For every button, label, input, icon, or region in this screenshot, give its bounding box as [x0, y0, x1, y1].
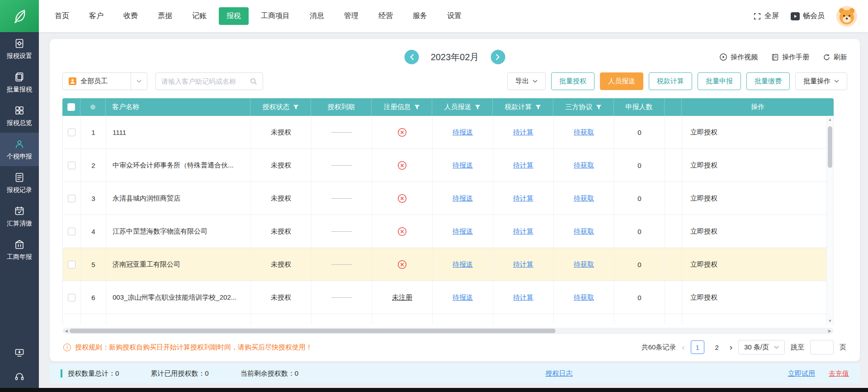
- agreement-link[interactable]: 待获取: [574, 128, 594, 137]
- vertical-scrollbar[interactable]: ▲ ▼: [826, 116, 833, 325]
- agreement-link[interactable]: 待获取: [574, 293, 594, 302]
- batch-authorize-button[interactable]: 批量授权: [551, 72, 594, 90]
- user-avatar[interactable]: [836, 6, 857, 27]
- authorize-now-link[interactable]: 立即授权: [690, 293, 717, 302]
- agreement-link[interactable]: 待获取: [574, 194, 594, 203]
- nav-item[interactable]: 记账: [184, 7, 214, 25]
- sidebar-item[interactable]: 个税申报: [0, 133, 39, 166]
- nav-item[interactable]: 收费: [116, 7, 146, 25]
- sidebar-item[interactable]: 批量报税: [0, 66, 39, 99]
- operation-manual-link[interactable]: 操作手册: [771, 53, 809, 62]
- horizontal-scroll-thumb[interactable]: [70, 329, 556, 333]
- batch-operations-button[interactable]: 批量操作: [795, 72, 847, 90]
- horizontal-scrollbar[interactable]: ◀ ▶: [62, 328, 834, 334]
- nav-item[interactable]: 工商项目: [253, 7, 297, 25]
- authorize-now-link[interactable]: 立即授权: [690, 194, 717, 203]
- col-header-label: 操作: [751, 103, 764, 111]
- refresh-link[interactable]: 刷新: [823, 53, 847, 62]
- page-1-button[interactable]: 1: [691, 340, 704, 354]
- sidebar-item[interactable]: 报税总览: [0, 99, 39, 133]
- filter-funnel-icon[interactable]: [414, 105, 420, 110]
- row-checkbox[interactable]: [68, 228, 75, 235]
- top-navbar: 首页客户收费票据记账报税工商项目消息管理经营服务设置 全屏 畅会员: [0, 0, 868, 32]
- customer-search-input[interactable]: [161, 77, 246, 85]
- member-button[interactable]: 畅会员: [791, 11, 825, 21]
- employee-filter-select[interactable]: 全部员工: [62, 72, 147, 90]
- batch-declare-button[interactable]: 批量申报: [698, 72, 741, 90]
- tax-calc-link[interactable]: 待计算: [513, 227, 533, 236]
- search-icon[interactable]: [250, 77, 257, 85]
- tax-calc-link[interactable]: 待计算: [513, 128, 533, 137]
- nav-item[interactable]: 服务: [405, 7, 435, 25]
- customer-search: [156, 72, 263, 90]
- export-button[interactable]: 导出: [507, 72, 546, 90]
- tax-calculate-button[interactable]: 税款计算: [649, 72, 692, 90]
- jump-page-input[interactable]: [810, 340, 834, 354]
- sidebar-item[interactable]: 汇算清缴: [0, 200, 39, 233]
- tax-overview-icon: [14, 105, 25, 116]
- sidebar-item[interactable]: 报税记录: [0, 166, 39, 200]
- tax-calc-link[interactable]: 待计算: [513, 260, 533, 269]
- tax-calc-link[interactable]: 待计算: [513, 293, 533, 302]
- agreement-link[interactable]: 待获取: [574, 260, 594, 269]
- nav-item[interactable]: 票据: [150, 7, 180, 25]
- scroll-right-arrow[interactable]: ▶: [828, 329, 831, 333]
- authorize-now-link[interactable]: 立即授权: [690, 227, 717, 236]
- filter-funnel-icon[interactable]: [535, 105, 541, 110]
- nav-item[interactable]: 首页: [47, 7, 77, 25]
- vertical-scroll-thumb[interactable]: [828, 126, 832, 168]
- tax-calc-link[interactable]: 待计算: [513, 194, 533, 203]
- row-checkbox[interactable]: [68, 195, 75, 202]
- row-checkbox[interactable]: [68, 261, 75, 268]
- scroll-up-arrow[interactable]: ▲: [828, 118, 832, 122]
- unregistered-link[interactable]: 未注册: [392, 293, 412, 302]
- row-checkbox[interactable]: [68, 162, 75, 169]
- nav-item[interactable]: 消息: [302, 7, 332, 25]
- prev-page-button[interactable]: ‹: [682, 342, 684, 352]
- authorize-now-link[interactable]: 立即授权: [690, 161, 717, 170]
- recharge-link[interactable]: 去充值: [829, 369, 849, 378]
- nav-item[interactable]: 管理: [336, 7, 366, 25]
- authorize-now-link[interactable]: 立即授权: [690, 128, 717, 137]
- filter-funnel-icon[interactable]: [596, 105, 602, 110]
- nav-item[interactable]: 经营: [371, 7, 401, 25]
- next-month-button[interactable]: [491, 50, 505, 64]
- nav-item[interactable]: 客户: [81, 7, 111, 25]
- personnel-submit-link[interactable]: 待报送: [453, 293, 473, 302]
- trial-link[interactable]: 立即试用: [788, 369, 815, 378]
- personnel-submit-link[interactable]: 待报送: [453, 194, 473, 203]
- nav-item[interactable]: 报税: [219, 7, 249, 25]
- operation-video-link[interactable]: 操作视频: [719, 53, 758, 62]
- personnel-submit-button[interactable]: 人员报送: [600, 72, 643, 90]
- select-all-checkbox[interactable]: [67, 103, 75, 111]
- personnel-submit-link[interactable]: 待报送: [453, 128, 473, 137]
- row-checkbox[interactable]: [68, 294, 75, 301]
- authorize-now-link[interactable]: 立即授权: [690, 260, 717, 269]
- tax-calc-link[interactable]: 待计算: [513, 161, 533, 170]
- fullscreen-button[interactable]: 全屏: [753, 11, 779, 21]
- nav-item[interactable]: 设置: [439, 7, 469, 25]
- next-page-button[interactable]: ›: [730, 342, 732, 352]
- client-download-icon[interactable]: [14, 348, 25, 359]
- agreement-link[interactable]: 待获取: [574, 227, 594, 236]
- personnel-submit-link[interactable]: 待报送: [453, 260, 473, 269]
- page-2-button[interactable]: 2: [710, 340, 724, 354]
- filter-funnel-icon[interactable]: [475, 105, 481, 110]
- current-month: 2023年02月: [431, 51, 479, 63]
- batch-pay-button[interactable]: 批量缴费: [746, 72, 790, 90]
- scroll-down-arrow[interactable]: ▼: [828, 319, 832, 323]
- column-gear-icon[interactable]: [89, 103, 97, 111]
- filter-funnel-icon[interactable]: [293, 105, 299, 110]
- auth-log-link[interactable]: 授权日志: [546, 369, 573, 377]
- row-checkbox[interactable]: [68, 129, 75, 136]
- personnel-submit-link[interactable]: 待报送: [453, 161, 473, 170]
- support-headset-icon[interactable]: [14, 371, 25, 382]
- sidebar-item[interactable]: 工商年报: [0, 233, 39, 267]
- customer-name: 中审众环会计师事务所（特殊普通合伙...: [106, 149, 251, 182]
- sidebar-item[interactable]: 报税设置: [0, 32, 39, 66]
- agreement-link[interactable]: 待获取: [574, 161, 594, 170]
- prev-month-button[interactable]: [405, 50, 419, 64]
- personnel-submit-link[interactable]: 待报送: [453, 227, 473, 236]
- page-size-select[interactable]: 30 条/页: [738, 340, 785, 354]
- scroll-left-arrow[interactable]: ◀: [65, 329, 68, 333]
